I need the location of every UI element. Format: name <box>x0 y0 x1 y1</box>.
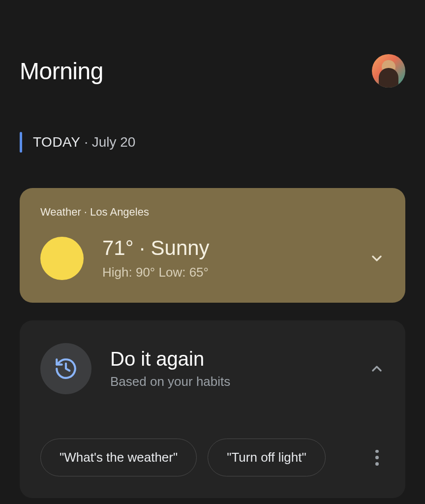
weather-info: 71° · Sunny High: 90° Low: 65° <box>102 236 350 280</box>
history-icon <box>54 356 78 381</box>
suggestion-chip-light[interactable]: "Turn off light" <box>208 439 326 476</box>
habits-subtitle: Based on your habits <box>110 374 350 389</box>
header: Morning <box>20 0 405 132</box>
chevron-down-icon[interactable] <box>369 251 385 266</box>
weather-card-title: Weather · Los Angeles <box>40 206 385 219</box>
date-value: July 20 <box>92 134 136 150</box>
date-section: TODAY · July 20 <box>20 132 405 153</box>
profile-avatar[interactable] <box>372 54 405 88</box>
more-options-icon[interactable] <box>369 450 385 466</box>
sun-icon <box>40 237 84 280</box>
chevron-up-icon[interactable] <box>369 361 385 377</box>
history-icon-circle <box>40 343 91 394</box>
date-separator: · <box>80 134 91 150</box>
habits-actions: "What's the weather" "Turn off light" <box>40 439 385 476</box>
weather-high-low: High: 90° Low: 65° <box>102 265 350 280</box>
suggestion-chip-weather[interactable]: "What's the weather" <box>40 439 197 476</box>
habits-info: Do it again Based on your habits <box>110 348 350 389</box>
date-text: TODAY · July 20 <box>33 134 135 150</box>
date-indicator-bar <box>20 132 22 153</box>
habits-title: Do it again <box>110 348 350 370</box>
weather-card[interactable]: Weather · Los Angeles 71° · Sunny High: … <box>20 188 405 303</box>
date-label: TODAY <box>33 134 80 150</box>
weather-main-text: 71° · Sunny <box>102 236 350 260</box>
greeting-title: Morning <box>20 58 103 85</box>
habits-card: Do it again Based on your habits "What's… <box>20 320 405 498</box>
habits-header[interactable]: Do it again Based on your habits <box>40 343 385 394</box>
weather-body: 71° · Sunny High: 90° Low: 65° <box>40 236 385 280</box>
